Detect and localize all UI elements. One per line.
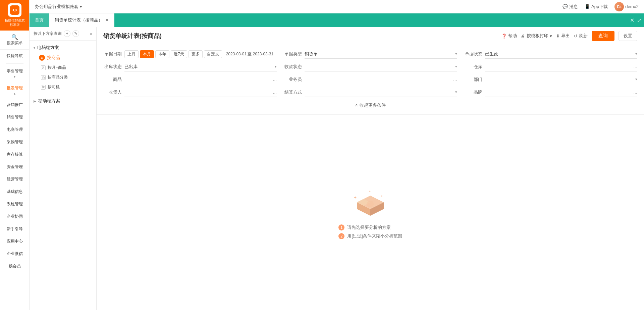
sidebar-item-system[interactable]: 系统管理 [0, 198, 29, 210]
sidebar-item-appcenter[interactable]: 应用中心 [0, 235, 29, 248]
doc-type-control[interactable]: 销货单 ▾ [305, 49, 457, 59]
add-icon: + [66, 31, 68, 36]
marketing-label: 营销推广 [7, 102, 23, 108]
tab-sales-stat[interactable]: 销货单统计表（按商品） ✕ [49, 13, 114, 27]
date-this-month-btn[interactable]: 本月 [140, 50, 154, 58]
by-month-product-icon: 月 [41, 65, 46, 70]
date-more-btn[interactable]: 更多 [189, 50, 203, 58]
sidebar-item-collab[interactable]: 企业协同 [0, 210, 29, 223]
page-actions: ❓ 帮助 🖨 按模板打印 ▾ ⬇ 导出 ↺ 刷新 [501, 31, 637, 41]
collapse-conditions-btn[interactable]: ∧ 收起更多条件 [103, 100, 637, 110]
tabbar: 首页 销货单统计表（按商品） ✕ ✕ ⤢ [30, 13, 644, 27]
svg-point-1 [14, 9, 16, 11]
filter-dept: 部门 ▾ [464, 75, 637, 84]
tree-mobile-parent[interactable]: ▶ 移动端方案 [30, 96, 96, 106]
tab-maximize-icon[interactable]: ⤢ [637, 17, 641, 23]
tree-pc-parent[interactable]: ▾ 电脑端方案 [30, 43, 96, 53]
sidebar-item-basic[interactable]: 基础信息 [0, 186, 29, 198]
brand-control[interactable]: … [485, 88, 637, 97]
message-icon: 💬 [562, 4, 568, 9]
recv-status-arrow: ▾ [455, 64, 457, 69]
date-this-year-btn[interactable]: 本年 [155, 50, 169, 58]
add-scheme-btn[interactable]: + [64, 30, 70, 37]
sidebar-item-retail[interactable]: 零售管理 ▾ [0, 65, 29, 82]
message-btn[interactable]: 💬 消息 [562, 4, 578, 10]
app-download-icon: 📱 [585, 4, 590, 9]
sidebar-item-marketing[interactable]: 营销推广 [0, 99, 29, 111]
workspace-dropdown[interactable]: 办公用品行业模拟账套 ▾ [35, 4, 82, 10]
sidebar-item-inventory[interactable]: 库存核算 [0, 148, 29, 161]
wholesale-arrow: ▴ [14, 92, 15, 95]
settlement-control[interactable]: ▾ [305, 88, 457, 97]
sidebar-search[interactable]: 🔍 搜索菜单 [0, 31, 29, 50]
tip-num-2: 2 [338, 233, 344, 239]
collapse-panel-btn[interactable]: « [90, 31, 92, 36]
doc-type-value: 销货单 [305, 51, 455, 57]
empty-tip-2: 2 用[过滤]条件来缩小分析范围 [338, 233, 402, 239]
tab-close-icon[interactable]: ✕ [105, 18, 109, 22]
by-cashier-icon: 按 [41, 85, 46, 90]
tab-home[interactable]: 首页 [30, 13, 49, 27]
doc-status-value: 已生效 [485, 51, 635, 57]
doc-status-control[interactable]: 已生效 ▾ [485, 49, 637, 59]
app-sub-label: 标准版 [10, 22, 20, 27]
svg-text:✦: ✦ [369, 190, 371, 193]
recv-status-control[interactable]: ▾ [305, 62, 457, 71]
app-download-btn[interactable]: 📱 App下载 [585, 4, 608, 10]
tree-child-by-product[interactable]: ● 按商品 [30, 53, 96, 63]
filter-date: 单据日期 上月 本月 本年 近7天 更多 自定义 2023-03-01 至 20… [103, 50, 277, 58]
sidebar-item-member[interactable]: 畅会员 [0, 260, 29, 272]
tree-sub-by-month-product[interactable]: 月 按月+商品 [30, 63, 96, 72]
tree-mobile-expand-icon: ▶ [34, 99, 36, 103]
settings-btn[interactable]: 设置 [619, 31, 637, 41]
out-status-arrow: ▾ [275, 64, 277, 69]
recipient-control[interactable]: … [124, 88, 277, 97]
tree-sub-by-cashier[interactable]: 按 按司机 [30, 82, 96, 92]
export-btn[interactable]: ⬇ 导出 [556, 33, 570, 39]
sidebar-quick-nav[interactable]: 快捷导航 [0, 50, 29, 62]
tab-close-all-icon[interactable]: ✕ [630, 17, 634, 23]
avatar-text: Ea [617, 5, 622, 9]
avatar: Ea [614, 2, 624, 11]
sidebar-item-guide[interactable]: 新手引导 [0, 223, 29, 235]
page-body: 按以下方案查询 + ✎ « ▾ 电脑端方案 ● 按商品 [30, 27, 644, 310]
workspace-dropdown-arrow: ▾ [80, 4, 82, 9]
help-btn[interactable]: ❓ 帮助 [501, 33, 517, 39]
sidebar-item-ecom[interactable]: 电商管理 [0, 123, 29, 136]
tab-sales-stat-label: 销货单统计表（按商品） [55, 17, 103, 23]
sidebar-item-purchase[interactable]: 采购管理 [0, 136, 29, 148]
print-template-btn[interactable]: 🖨 按模板打印 ▾ [521, 33, 552, 39]
export-icon: ⬇ [556, 34, 560, 39]
out-status-control[interactable]: 已出库 ▾ [124, 62, 277, 71]
salesperson-more: … [453, 77, 457, 82]
empty-tip-1: 1 请先选择要分析的方案 [338, 224, 402, 230]
query-btn[interactable]: 查询 [592, 31, 614, 41]
refresh-label: 刷新 [579, 33, 588, 39]
refresh-btn[interactable]: ↺ 刷新 [574, 33, 588, 39]
edit-scheme-btn[interactable]: ✎ [72, 30, 79, 37]
sidebar-item-corpwx[interactable]: 企业微信 [0, 248, 29, 260]
warehouse-control[interactable]: … [485, 62, 637, 71]
date-prev-month-btn[interactable]: 上月 [124, 50, 139, 58]
by-category-icon: 品 [41, 75, 46, 80]
date-custom-btn[interactable]: 自定义 [204, 50, 222, 58]
sidebar-item-sales[interactable]: 销售管理 [0, 111, 29, 123]
date-last7days-btn[interactable]: 近7天 [171, 50, 187, 58]
system-label: 系统管理 [7, 201, 23, 207]
sidebar-item-operation[interactable]: 经营管理 [0, 173, 29, 186]
settlement-arrow: ▾ [455, 90, 457, 94]
user-profile[interactable]: Ea demo2 [614, 2, 639, 11]
edit-icon: ✎ [74, 31, 77, 36]
product-label: 商品 [103, 76, 122, 83]
logo-icon [8, 3, 21, 17]
sidebar-item-finance[interactable]: 资金管理 [0, 161, 29, 173]
product-control[interactable]: … [124, 75, 277, 84]
tree-sub-by-category[interactable]: 品 按商品分类 [30, 72, 96, 82]
dept-control[interactable]: ▾ [485, 75, 637, 84]
salesperson-control[interactable]: … [305, 75, 457, 84]
app-logo: 畅捷信好生意 标准版 [0, 0, 29, 31]
print-icon: 🖨 [521, 34, 525, 39]
inventory-label: 库存核算 [7, 152, 23, 157]
topbar-right: 💬 消息 📱 App下载 Ea demo2 [562, 2, 639, 11]
sidebar-item-wholesale[interactable]: 批发管理 ▴ [0, 82, 29, 99]
